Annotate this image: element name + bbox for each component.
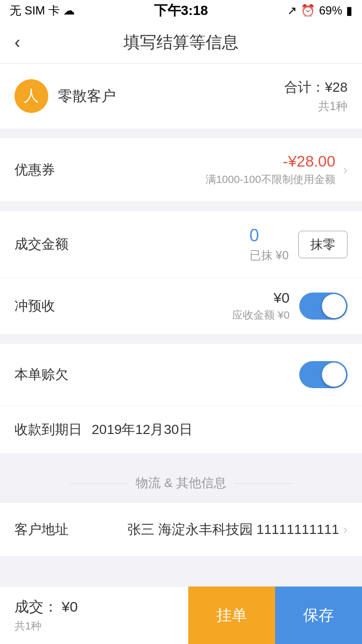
status-time: 下午3:18 xyxy=(154,1,208,20)
address-value: 张三 海淀永丰科技园 11111111111 xyxy=(127,520,339,539)
back-button[interactable]: ‹ xyxy=(14,32,20,53)
address-section[interactable]: 客户地址 张三 海淀永丰科技园 11111111111 › xyxy=(0,503,362,556)
pre-receivable: 应收金额 ¥0 xyxy=(232,308,290,322)
coupon-section[interactable]: 优惠券 -¥28.00 满1000-100不限制使用金额 › xyxy=(0,138,362,201)
sim-status: 无 SIM 卡 ☁ xyxy=(10,3,75,18)
coupon-discount: -¥28.00 xyxy=(206,153,335,170)
status-right: ↗ ⏰ 69% ▮ xyxy=(287,4,352,17)
alarm-icon: ⏰ xyxy=(301,4,315,17)
customer-row: 人 零散客户 合计：¥28 共1种 xyxy=(0,64,362,128)
coupon-label: 优惠券 xyxy=(14,161,55,179)
customer-total: 合计：¥28 xyxy=(284,78,348,97)
transaction-row: 成交金额 0 已抹 ¥0 抹零 xyxy=(0,211,362,278)
pre-amount: ¥0 xyxy=(232,290,290,306)
coupon-chevron-icon: › xyxy=(343,162,348,178)
logistics-header: 物流 & 其他信息 xyxy=(0,463,362,503)
credit-row: 本单赊欠 xyxy=(0,344,362,406)
customer-section: 人 零散客户 合计：¥28 共1种 xyxy=(0,64,362,128)
save-button[interactable]: 保存 xyxy=(275,587,362,644)
credit-section: 本单赊欠 收款到期日 2019年12月30日 xyxy=(0,344,362,453)
customer-summary: 合计：¥28 共1种 xyxy=(284,78,348,114)
pre-collection-row: 冲预收 ¥0 应收金额 ¥0 xyxy=(0,278,362,334)
address-label: 客户地址 xyxy=(14,520,69,539)
address-chevron-icon: › xyxy=(343,522,348,537)
location-icon: ↗ xyxy=(287,4,297,17)
credit-toggle-knob xyxy=(322,363,346,387)
customer-count: 共1种 xyxy=(284,98,348,114)
logistics-header-text: 物流 & 其他信息 xyxy=(136,475,226,491)
toggle-knob xyxy=(322,294,346,318)
due-date-row: 收款到期日 2019年12月30日 xyxy=(0,406,362,453)
status-left: 无 SIM 卡 ☁ xyxy=(10,3,75,18)
round-button[interactable]: 抹零 xyxy=(298,231,348,258)
coupon-content: -¥28.00 满1000-100不限制使用金额 xyxy=(206,153,335,187)
status-bar: 无 SIM 卡 ☁ 下午3:18 ↗ ⏰ 69% ▮ xyxy=(0,0,362,21)
customer-name: 零散客户 xyxy=(58,86,116,106)
transaction-amount-block: 0 已抹 ¥0 xyxy=(250,225,289,263)
address-right: 张三 海淀永丰科技园 11111111111 › xyxy=(127,520,348,539)
main-content: 人 零散客户 合计：¥28 共1种 优惠券 -¥28.00 满1000-100不… xyxy=(0,64,362,644)
battery-level: 69% xyxy=(319,4,342,17)
coupon-description: 满1000-100不限制使用金额 xyxy=(206,172,335,187)
footer-info: 成交： ¥0 共1种 xyxy=(0,597,188,633)
customer-left: 人 零散客户 xyxy=(14,79,116,113)
due-date-label: 收款到期日 xyxy=(14,420,82,439)
avatar: 人 xyxy=(14,79,48,113)
address-row[interactable]: 客户地址 张三 海淀永丰科技园 11111111111 › xyxy=(0,503,362,556)
hold-button[interactable]: 挂单 xyxy=(188,587,275,644)
page-title: 填写结算等信息 xyxy=(124,31,238,54)
battery-icon: ▮ xyxy=(346,4,352,17)
coupon-right: -¥28.00 满1000-100不限制使用金额 › xyxy=(206,153,348,187)
transaction-section: 成交金额 0 已抹 ¥0 抹零 冲预收 ¥0 应收金额 ¥0 xyxy=(0,211,362,334)
pre-collection-right: ¥0 应收金额 ¥0 xyxy=(232,290,348,322)
footer-total-label: 成交： xyxy=(14,599,58,615)
pre-collection-label: 冲预收 xyxy=(14,297,55,315)
transaction-right: 0 已抹 ¥0 抹零 xyxy=(250,225,348,263)
pre-amount-block: ¥0 应收金额 ¥0 xyxy=(232,290,290,322)
avatar-icon: 人 xyxy=(24,85,39,107)
footer-total: 成交： ¥0 xyxy=(14,597,174,617)
credit-toggle[interactable] xyxy=(299,361,348,388)
transaction-label: 成交金额 xyxy=(14,235,69,253)
nav-bar: ‹ 填写结算等信息 xyxy=(0,21,362,64)
transaction-value: 0 xyxy=(250,225,289,246)
footer-count: 共1种 xyxy=(14,619,174,633)
footer: 成交： ¥0 共1种 挂单 保存 xyxy=(0,586,362,644)
credit-label: 本单赊欠 xyxy=(14,365,69,384)
already-rounded: 已抹 ¥0 xyxy=(250,248,289,263)
coupon-row[interactable]: 优惠券 -¥28.00 满1000-100不限制使用金额 › xyxy=(0,138,362,201)
pre-collection-toggle[interactable] xyxy=(299,293,348,320)
footer-total-value: ¥0 xyxy=(62,599,78,615)
due-date-value: 2019年12月30日 xyxy=(92,420,193,439)
